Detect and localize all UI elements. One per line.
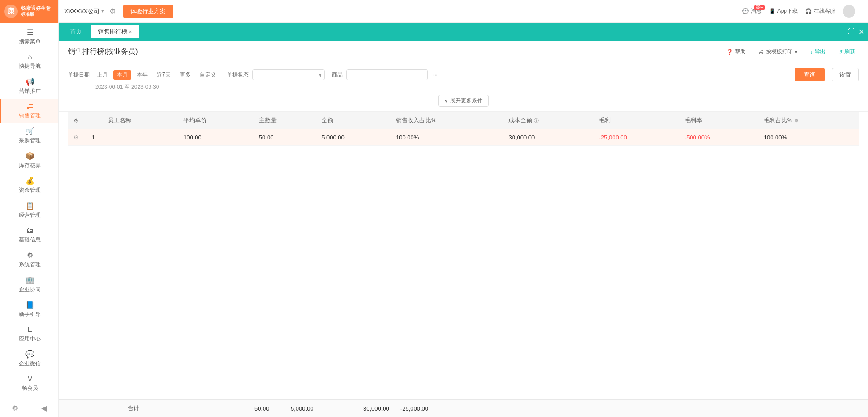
sidebar-label-finance: 资金管理 bbox=[19, 187, 41, 194]
company-selector[interactable]: XXXXXX公司 ▾ bbox=[64, 7, 104, 15]
expand-more-button[interactable]: ∨ 展开更多条件 bbox=[438, 95, 489, 107]
col-header-avg_price: 平均单价 bbox=[178, 112, 254, 129]
sidebar-item-quick-nav[interactable]: ⌂ 快捷导航 bbox=[0, 49, 58, 74]
sidebar-menu: ☰ 搜索菜单⌂ 快捷导航📢 营销推广🏷 销售管理🛒 采购管理📦 库存核算💰 资金… bbox=[0, 23, 58, 399]
app-download-button[interactable]: 📱 App下载 bbox=[769, 7, 798, 15]
sidebar-item-marketing[interactable]: 📢 营销推广 bbox=[0, 74, 58, 99]
sidebar-icon-app-center: 🖥 bbox=[26, 326, 34, 334]
sidebar-icon-basic-info: 🗂 bbox=[26, 226, 34, 235]
sidebar-label-search-order: 搜索菜单 bbox=[19, 38, 41, 46]
tab-sales-rank[interactable]: 销售排行榜 × bbox=[91, 25, 139, 38]
col-header-profit_rate: 毛利率 bbox=[679, 112, 758, 129]
print-icon: 🖨 bbox=[758, 49, 764, 55]
tab-bar-right: ⛶ ✕ bbox=[848, 28, 864, 36]
cell-cost: 30,000.00 bbox=[503, 129, 593, 146]
cell-qty: 50.00 bbox=[254, 129, 316, 146]
online-service-button[interactable]: 🎧 在线客服 bbox=[805, 7, 835, 15]
sidebar-icon-sales: 🏷 bbox=[26, 102, 34, 110]
sidebar-icon-purchase: 🛒 bbox=[25, 127, 34, 135]
sidebar-item-member[interactable]: V 畅会员 bbox=[0, 371, 58, 396]
sidebar-item-enterprise[interactable]: 🏢 企业协同 bbox=[0, 272, 58, 297]
settings-button[interactable]: 设置 bbox=[832, 68, 859, 81]
sidebar-item-inventory[interactable]: 📦 库存核算 bbox=[0, 148, 58, 173]
sidebar-label-wechat: 企业微信 bbox=[19, 360, 41, 368]
page-actions: ❓ 帮助 🖨 按模板打印 ▾ ↓ 导出 ↺ 刷新 bbox=[723, 46, 859, 58]
table-row: ⚙1100.0050.005,000.00100.00%30,000.00-25… bbox=[68, 129, 859, 146]
cost-info-icon[interactable]: ⓘ bbox=[534, 118, 539, 123]
avatar[interactable] bbox=[843, 5, 855, 18]
sidebar-icon-operation: 📋 bbox=[25, 201, 34, 210]
sidebar-item-wechat[interactable]: 💬 企业微信 bbox=[0, 346, 58, 371]
profit-pct-icon[interactable]: ⚙ bbox=[794, 118, 799, 123]
goods-more-icon[interactable]: ··· bbox=[433, 72, 438, 78]
sidebar-item-purchase[interactable]: 🛒 采购管理 bbox=[0, 123, 58, 148]
date-filter-group: 单据日期 上月本月本年近7天更多自定义 bbox=[68, 70, 220, 80]
goods-label: 商品 bbox=[332, 71, 343, 79]
sidebar-item-basic-info[interactable]: 🗂 基础信息 bbox=[0, 223, 58, 247]
sidebar-label-system: 系统管理 bbox=[19, 261, 41, 268]
cell-rank: 1 bbox=[84, 129, 102, 146]
goods-input[interactable] bbox=[346, 69, 428, 80]
sidebar-label-member: 畅会员 bbox=[22, 384, 38, 392]
query-button[interactable]: 查询 bbox=[795, 68, 825, 81]
sidebar-icon-search-order: ☰ bbox=[27, 28, 33, 37]
table-footer: 合计 50.00 5,000.00 30,000.00 -25,000.00 bbox=[59, 399, 868, 417]
date-tab-上月[interactable]: 上月 bbox=[93, 70, 111, 80]
sidebar-item-system[interactable]: ⚙ 系统管理 bbox=[0, 247, 58, 272]
print-chevron-icon: ▾ bbox=[795, 49, 797, 55]
sidebar-item-sales[interactable]: 🏷 销售管理 bbox=[0, 99, 58, 123]
cell-profit_rate: -500.00% bbox=[679, 129, 758, 146]
message-badge: 99+ bbox=[754, 5, 765, 10]
cell-amount: 5,000.00 bbox=[316, 129, 390, 146]
footer-qty-val: 50.00 bbox=[249, 405, 285, 412]
message-button[interactable]: 💬 消息 99+ bbox=[742, 7, 762, 15]
date-tab-本月[interactable]: 本月 bbox=[113, 70, 131, 80]
tab-home-label: 首页 bbox=[70, 28, 82, 36]
sidebar-item-operation[interactable]: 📋 经营管理 bbox=[0, 198, 58, 223]
date-range-text: 2023-06-01 至 2023-06-30 bbox=[95, 84, 159, 90]
date-tab-更多[interactable]: 更多 bbox=[176, 70, 194, 80]
col-header-name: 员工名称 bbox=[102, 112, 178, 129]
cell-settings: ⚙ bbox=[68, 129, 84, 146]
date-tab-近7天[interactable]: 近7天 bbox=[153, 70, 174, 80]
sidebar-icon-system: ⚙ bbox=[27, 251, 33, 259]
date-label: 单据日期 bbox=[68, 71, 90, 79]
sidebar-icon-guide: 📘 bbox=[25, 301, 34, 309]
page-title: 销售排行榜(按业务员) bbox=[68, 47, 138, 57]
sidebar-icon-enterprise: 🏢 bbox=[25, 276, 34, 284]
tab-fullscreen-icon[interactable]: ⛶ bbox=[848, 28, 855, 36]
filter-area: 单据日期 上月本月本年近7天更多自定义 单据状态 商品 ··· bbox=[59, 63, 868, 112]
service-label: 在线客服 bbox=[814, 7, 835, 15]
status-select[interactable] bbox=[252, 69, 325, 80]
sidebar-settings-btn[interactable]: ⚙ bbox=[12, 404, 18, 412]
cell-avg_price: 100.00 bbox=[178, 129, 254, 146]
top-bar: XXXXXX公司 ▾ ⚙ 体验行业方案 💬 消息 99+ 📱 App下载 🎧 在… bbox=[59, 0, 868, 23]
topbar-settings-icon[interactable]: ⚙ bbox=[110, 7, 116, 15]
help-button[interactable]: ❓ 帮助 bbox=[723, 46, 749, 58]
tab-home[interactable]: 首页 bbox=[62, 25, 89, 38]
tab-close-icon[interactable]: × bbox=[129, 29, 132, 34]
footer-amount-val: 5,000.00 bbox=[285, 405, 321, 412]
trial-button[interactable]: 体验行业方案 bbox=[123, 5, 173, 18]
tab-close-all-icon[interactable]: ✕ bbox=[858, 28, 864, 36]
date-tab-本年[interactable]: 本年 bbox=[133, 70, 151, 80]
sidebar-label-sales: 销售管理 bbox=[19, 112, 41, 120]
refresh-button[interactable]: ↺ 刷新 bbox=[834, 46, 859, 58]
export-icon: ↓ bbox=[810, 49, 813, 55]
print-button[interactable]: 🖨 按模板打印 ▾ bbox=[755, 46, 801, 58]
goods-filter-group: 商品 ··· bbox=[332, 69, 438, 80]
export-button[interactable]: ↓ 导出 bbox=[806, 46, 829, 58]
sidebar-item-app-center[interactable]: 🖥 应用中心 bbox=[0, 322, 58, 346]
sidebar-label-guide: 新手引导 bbox=[19, 311, 41, 318]
sidebar-item-finance[interactable]: 💰 资金管理 bbox=[0, 173, 58, 198]
logo-text: 畅康通好生意 bbox=[21, 5, 51, 11]
sidebar-icon-quick-nav: ⌂ bbox=[28, 53, 32, 61]
status-select-wrapper bbox=[252, 69, 325, 80]
sales-rank-table: ⚙员工名称平均单价主数量全额销售收入占比%成本全额 ⓘ毛利毛利率毛利占比% ⚙ … bbox=[68, 112, 859, 146]
sidebar-item-guide[interactable]: 📘 新手引导 bbox=[0, 297, 58, 322]
date-tab-自定义[interactable]: 自定义 bbox=[196, 70, 220, 80]
sidebar-collapse-btn[interactable]: ◀ bbox=[41, 404, 47, 412]
col-header-qty: 主数量 bbox=[254, 112, 316, 129]
sidebar-item-search-order[interactable]: ☰ 搜索菜单 bbox=[0, 24, 58, 49]
message-icon: 💬 bbox=[742, 8, 749, 14]
